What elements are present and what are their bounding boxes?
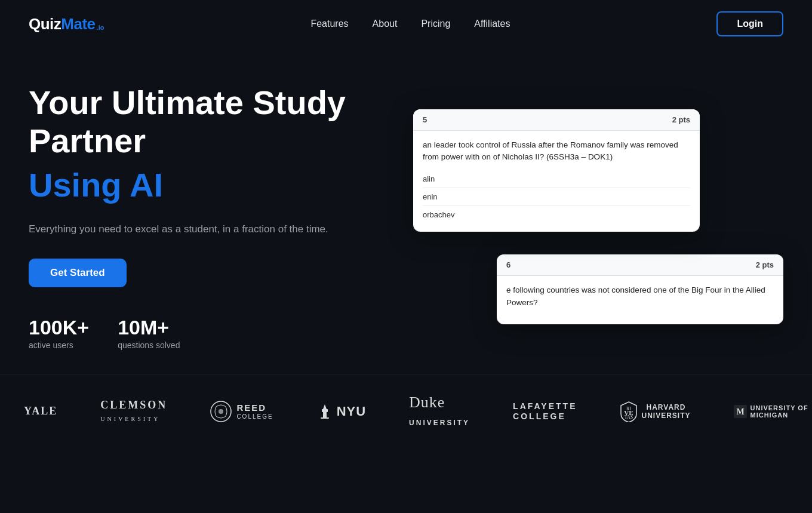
logo-yale: YALE — [24, 405, 57, 417]
umich-icon: M — [734, 405, 747, 418]
svg-text:RI: RI — [626, 406, 631, 411]
card-back-header: 6 2 pts — [497, 254, 783, 276]
svg-rect-3 — [322, 409, 328, 412]
get-started-button[interactable]: Get Started — [29, 259, 127, 287]
quiz-card-main: 5 2 pts an leader took control of Russia… — [413, 109, 700, 232]
nav-links: Features About Pricing Affiliates — [310, 19, 510, 29]
hero-ai-text: Using AI — [29, 165, 346, 204]
quiz-card-back: 6 2 pts e following countries was not co… — [497, 254, 783, 324]
hero-subtitle: Everything you need to excel as a studen… — [29, 221, 346, 237]
logo-io: .io — [97, 24, 104, 31]
hero-title: Your Ultimate Study Partner — [29, 84, 346, 161]
logos-inner: YALE CLEMSONUNIVERSITY REED COLLEGE — [0, 394, 812, 429]
card-main-header: 5 2 pts — [413, 109, 700, 131]
stat-questions-label: questions solved — [118, 340, 180, 350]
stat-questions-number: 10M+ — [118, 316, 180, 339]
logo-umich: M UNIVERSITY OFMICHIGAN — [734, 404, 808, 419]
logos-strip: YALE CLEMSONUNIVERSITY REED COLLEGE — [0, 374, 812, 449]
card-main-pts: 2 pts — [672, 115, 690, 124]
card-option-1[interactable]: enin — [423, 188, 690, 206]
svg-text:TAS: TAS — [625, 414, 633, 420]
card-back-pts: 2 pts — [756, 260, 774, 269]
svg-rect-5 — [321, 417, 329, 419]
hero-section: Your Ultimate Study Partner Using AI Eve… — [0, 48, 812, 374]
reed-emblem-icon — [210, 401, 232, 422]
hero-left: Your Ultimate Study Partner Using AI Eve… — [29, 84, 346, 350]
stat-users: 100K+ active users — [29, 316, 89, 350]
svg-point-1 — [219, 409, 223, 414]
logo-nyu: NYU — [316, 403, 366, 420]
nav-pricing[interactable]: Pricing — [421, 19, 450, 29]
harvard-shield-icon: VE RI TAS — [620, 401, 638, 422]
stat-users-label: active users — [29, 340, 89, 350]
card-option-0[interactable]: alin — [423, 170, 690, 188]
card-back-num: 6 — [506, 260, 510, 269]
stat-questions: 10M+ questions solved — [118, 316, 180, 350]
card-main-body: an leader took control of Russia after t… — [413, 131, 700, 232]
card-option-2[interactable]: orbachev — [423, 206, 690, 223]
card-main-question: an leader took control of Russia after t… — [423, 139, 690, 164]
nav-affiliates[interactable]: Affiliates — [474, 19, 510, 29]
nyu-torch-icon — [316, 403, 333, 420]
hero-right: 6 2 pts e following countries was not co… — [346, 109, 783, 324]
svg-marker-4 — [323, 404, 327, 409]
stats-row: 100K+ active users 10M+ questions solved — [29, 316, 346, 350]
card-back-body: e following countries was not considered… — [497, 276, 783, 324]
card-main-num: 5 — [423, 115, 427, 124]
nav-features[interactable]: Features — [310, 19, 348, 29]
logo-reed: REED COLLEGE — [210, 401, 273, 422]
svg-text:M: M — [736, 407, 744, 416]
navbar: QuizMate .io Features About Pricing Affi… — [0, 0, 812, 48]
logo-lafayette: LAFAYETTECOLLEGE — [513, 401, 577, 422]
logo-quiz: Quiz — [29, 15, 61, 33]
logo-harvard: VE RI TAS HARVARDUNIVERSITY — [620, 401, 690, 422]
stat-users-number: 100K+ — [29, 316, 89, 339]
logo[interactable]: QuizMate .io — [29, 15, 104, 33]
logo-clemson: CLEMSONUNIVERSITY — [100, 399, 167, 424]
login-button[interactable]: Login — [716, 11, 783, 36]
logo-duke: DukeUNIVERSITY — [409, 394, 470, 429]
nav-about[interactable]: About — [373, 19, 398, 29]
quiz-card-container: 6 2 pts e following countries was not co… — [413, 109, 783, 324]
card-back-question: e following countries was not considered… — [506, 284, 774, 309]
logo-mate: Mate — [61, 15, 95, 33]
